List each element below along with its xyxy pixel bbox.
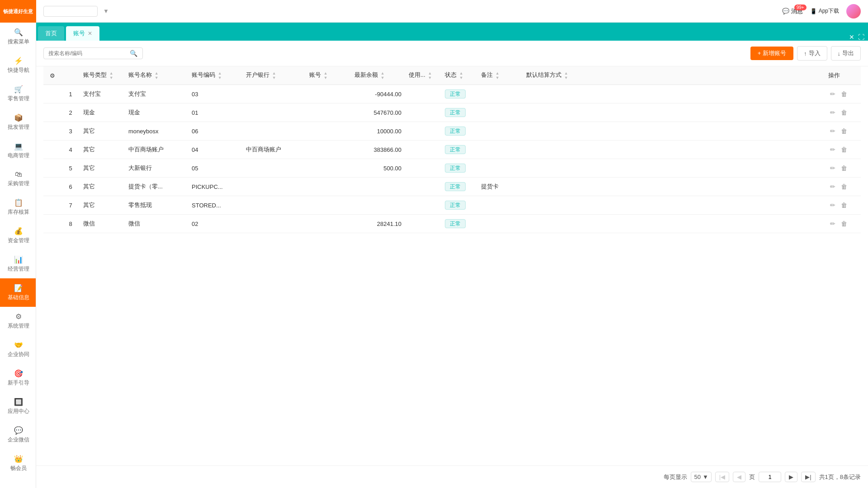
sidebar-item-basic-info[interactable]: 📝 基础信息 xyxy=(0,278,36,307)
edit-button-3[interactable]: ✏ xyxy=(828,127,837,136)
export-icon: ↓ xyxy=(838,50,841,57)
tab-account[interactable]: 账号✕ xyxy=(66,26,99,41)
row-account-name-3: moneybosx xyxy=(125,122,188,141)
sidebar-label-newbie-guide: 新手引导 xyxy=(8,379,29,387)
sidebar-item-newbie-guide[interactable]: 🎯 新手引导 xyxy=(0,364,36,392)
row-balance-7 xyxy=(351,196,405,215)
sidebar-item-finance-mgmt[interactable]: 💰 资金管理 xyxy=(0,221,36,250)
row-account-type-7: 其它 xyxy=(80,196,125,215)
col-action: 操作 xyxy=(825,66,861,85)
top-header: ▼ 💬 消息 99+ 📱 App下载 xyxy=(36,0,868,23)
message-button[interactable]: 💬 消息 99+ xyxy=(782,7,803,15)
row-status-5: 正常 xyxy=(441,159,477,178)
row-default-settlement-4 xyxy=(523,141,825,159)
sidebar-label-basic-info: 基础信息 xyxy=(8,294,29,301)
col-bank[interactable]: 开户银行 ▲▼ xyxy=(242,66,306,85)
row-default-settlement-7 xyxy=(523,196,825,215)
row-account-no-3 xyxy=(306,122,351,141)
row-index-2: 2 xyxy=(61,103,80,122)
col-status[interactable]: 状态 ▲▼ xyxy=(441,66,477,85)
header-dropdown-icon[interactable]: ▼ xyxy=(103,8,109,14)
last-page-button[interactable]: ▶| xyxy=(801,472,815,482)
edit-button-4[interactable]: ✏ xyxy=(828,145,837,154)
search-icon[interactable]: 🔍 xyxy=(130,50,137,57)
edit-button-7[interactable]: ✏ xyxy=(828,201,837,210)
delete-button-7[interactable]: 🗑 xyxy=(839,201,849,210)
sidebar-item-ops-mgmt[interactable]: 📊 经营管理 xyxy=(0,250,36,278)
sidebar-label-ecommerce-mgmt: 电商管理 xyxy=(8,152,29,160)
row-action-6: ✏ 🗑 xyxy=(825,178,861,196)
delete-button-6[interactable]: 🗑 xyxy=(839,182,849,191)
app-download-button[interactable]: 📱 App下载 xyxy=(810,7,839,15)
edit-button-1[interactable]: ✏ xyxy=(828,89,837,99)
row-account-no-4 xyxy=(306,141,351,159)
header-search-input[interactable] xyxy=(43,6,98,17)
delete-button-4[interactable]: 🗑 xyxy=(839,145,849,154)
message-icon: 💬 xyxy=(782,8,789,14)
sidebar-item-ecommerce-mgmt[interactable]: 💻 电商管理 xyxy=(0,136,36,165)
tab-close-account[interactable]: ✕ xyxy=(88,30,92,37)
col-default-settlement[interactable]: 默认结算方式 ▲▼ xyxy=(523,66,825,85)
tab-expand-icon[interactable]: ⛶ xyxy=(858,33,864,41)
edit-button-5[interactable]: ✏ xyxy=(828,164,837,173)
sidebar-label-inventory: 库存核算 xyxy=(8,208,29,216)
import-button[interactable]: ↑ 导入 xyxy=(797,46,827,61)
sidebar-item-wholesale-mgmt[interactable]: 📦 批发管理 xyxy=(0,108,36,136)
sidebar-item-purchase-mgmt[interactable]: 🛍 采购管理 xyxy=(0,165,36,193)
row-use-status-3 xyxy=(405,122,441,141)
col-notes[interactable]: 备注 ▲▼ xyxy=(477,66,523,85)
col-account-name[interactable]: 账号名称 ▲▼ xyxy=(125,66,188,85)
search-box: 🔍 xyxy=(43,47,143,59)
sidebar-item-enterprise-wechat[interactable]: 💬 企业微信 xyxy=(0,421,36,449)
search-input[interactable] xyxy=(48,50,130,56)
sidebar-item-app-center[interactable]: 🔲 应用中心 xyxy=(0,392,36,421)
edit-button-6[interactable]: ✏ xyxy=(828,182,837,191)
tab-close-icon[interactable]: ✕ xyxy=(849,33,854,41)
export-button[interactable]: ↓ 导出 xyxy=(831,46,861,61)
delete-button-2[interactable]: 🗑 xyxy=(839,108,849,117)
sidebar-label-retail-mgmt: 零售管理 xyxy=(8,95,29,103)
col-settings[interactable]: ⚙ xyxy=(43,66,61,85)
col-latest-balance[interactable]: 最新余额 ▲▼ xyxy=(351,66,405,85)
delete-button-8[interactable]: 🗑 xyxy=(839,219,849,228)
sidebar-item-enterprise-agreement[interactable]: 🤝 企业协同 xyxy=(0,335,36,364)
table-row: 3 其它 moneybosx 06 10000.00 正常 ✏ 🗑 xyxy=(43,122,861,141)
sidebar-item-sys-mgmt[interactable]: ⚙ 系统管理 xyxy=(0,307,36,335)
sidebar-item-vip-member[interactable]: 👑 畅会员 xyxy=(0,449,36,478)
user-avatar[interactable] xyxy=(846,4,861,19)
row-account-type-4: 其它 xyxy=(80,141,125,159)
delete-button-3[interactable]: 🗑 xyxy=(839,127,849,136)
row-account-type-6: 其它 xyxy=(80,178,125,196)
row-index-4: 4 xyxy=(61,141,80,159)
prev-page-button[interactable]: ◀ xyxy=(733,472,745,482)
tab-bar-icons: ✕ ⛶ xyxy=(845,33,868,41)
page-size-select[interactable]: 50 ▼ xyxy=(691,472,711,482)
page-number-input[interactable] xyxy=(759,472,781,482)
col-account-code[interactable]: 账号编码 ▲▼ xyxy=(188,66,242,85)
import-icon: ↑ xyxy=(804,50,807,57)
table-body: 1 支付宝 支付宝 03 -90444.00 正常 ✏ 🗑 2 现金 现金 01… xyxy=(43,85,861,233)
sidebar-label-sys-mgmt: 系统管理 xyxy=(8,322,29,330)
sidebar-item-retail-mgmt[interactable]: 🛒 零售管理 xyxy=(0,80,36,108)
add-account-button[interactable]: + 新增账号 xyxy=(750,47,793,60)
sidebar-item-inventory[interactable]: 📋 库存核算 xyxy=(0,193,36,221)
row-use-status-5 xyxy=(405,159,441,178)
next-page-button[interactable]: ▶ xyxy=(785,472,797,482)
enterprise-agreement-icon: 🤝 xyxy=(14,341,23,349)
sidebar-item-quick-nav[interactable]: ⚡ 快捷导航 xyxy=(0,51,36,80)
row-use-status-7 xyxy=(405,196,441,215)
delete-button-1[interactable]: 🗑 xyxy=(839,89,849,99)
edit-button-8[interactable]: ✏ xyxy=(828,219,837,228)
row-account-no-1 xyxy=(306,85,351,103)
edit-button-2[interactable]: ✏ xyxy=(828,108,837,117)
first-page-button[interactable]: |◀ xyxy=(715,472,729,482)
tab-home[interactable]: 首页 xyxy=(38,26,64,41)
col-account-type[interactable]: 账号类型 ▲▼ xyxy=(80,66,125,85)
delete-button-5[interactable]: 🗑 xyxy=(839,164,849,173)
mobile-icon: 📱 xyxy=(810,8,817,14)
row-status-1: 正常 xyxy=(441,85,477,103)
sidebar-item-search-menu[interactable]: 🔍 搜索菜单 xyxy=(0,23,36,51)
col-account-no[interactable]: 账号 ▲▼ xyxy=(306,66,351,85)
col-use-status[interactable]: 使用... ▲▼ xyxy=(405,66,441,85)
page-size-label: 每页显示 xyxy=(664,473,687,481)
